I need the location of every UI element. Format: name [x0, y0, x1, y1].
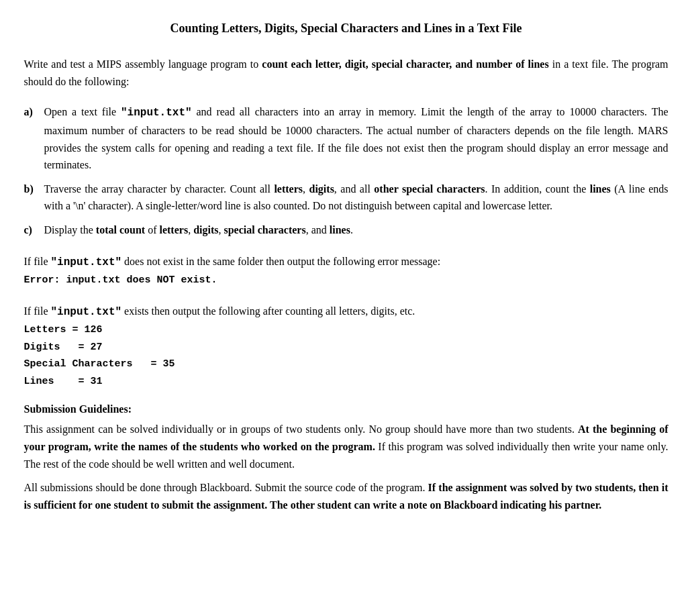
submission-para2: All submissions should be done through B…	[24, 479, 669, 513]
intro-bold-text: count each letter, digit, special charac…	[262, 58, 548, 70]
filename-output: "input.txt"	[50, 306, 121, 318]
output-special: Special Characters = 35	[24, 356, 669, 373]
submission-para1: This assignment can be solved individual…	[24, 421, 669, 472]
requirements-list: a) Open a text file "input.txt" and read…	[24, 103, 669, 238]
submission-para1-before: This assignment can be solved individual…	[24, 423, 579, 435]
section-b-label: b)	[24, 181, 44, 215]
filename-a: "input.txt"	[121, 107, 192, 119]
intro-paragraph: Write and test a MIPS assembly language …	[24, 56, 669, 90]
section-c-label: c)	[24, 221, 44, 239]
filename-error: "input.txt"	[50, 256, 121, 268]
section-a-content: Open a text file "input.txt" and read al…	[44, 103, 669, 173]
page-title: Counting Letters, Digits, Special Charac…	[24, 20, 669, 37]
letters-bold: letters	[274, 183, 303, 195]
lines-bold: lines	[590, 183, 611, 195]
output-letters: Letters = 126	[24, 321, 669, 339]
section-c: c) Display the total count of letters, d…	[24, 221, 669, 239]
digits-bold: digits	[309, 183, 334, 195]
output-block: If file "input.txt" exists then output t…	[24, 302, 669, 390]
page: Counting Letters, Digits, Special Charac…	[24, 20, 669, 524]
error-message: Error: input.txt does NOT exist.	[24, 272, 669, 289]
section-b: b) Traverse the array character by chara…	[24, 181, 669, 215]
output-lines: Lines = 31	[24, 373, 669, 391]
submission-para2-before: All submissions should be done through B…	[24, 482, 428, 493]
section-c-content: Display the total count of letters, digi…	[44, 221, 669, 239]
output-digits: Digits = 27	[24, 339, 669, 356]
error-intro: If file "input.txt" does not exist in th…	[24, 252, 669, 272]
digits-bold-c: digits	[193, 224, 218, 236]
total-count-bold: total count	[96, 224, 145, 236]
special-chars-bold-c: special characters	[224, 224, 305, 236]
error-block: If file "input.txt" does not exist in th…	[24, 252, 669, 289]
intro-text-before: Write and test a MIPS assembly language …	[24, 58, 262, 70]
lines-bold-c: lines	[330, 224, 350, 236]
section-a: a) Open a text file "input.txt" and read…	[24, 103, 669, 173]
letters-bold-c: letters	[159, 224, 188, 236]
section-a-label: a)	[24, 103, 44, 173]
output-intro: If file "input.txt" exists then output t…	[24, 302, 669, 321]
submission-section: Submission Guidelines: This assignment c…	[24, 403, 669, 513]
special-bold: other special characters	[374, 183, 485, 195]
submission-title: Submission Guidelines:	[24, 403, 669, 415]
section-b-content: Traverse the array character by characte…	[44, 181, 669, 215]
